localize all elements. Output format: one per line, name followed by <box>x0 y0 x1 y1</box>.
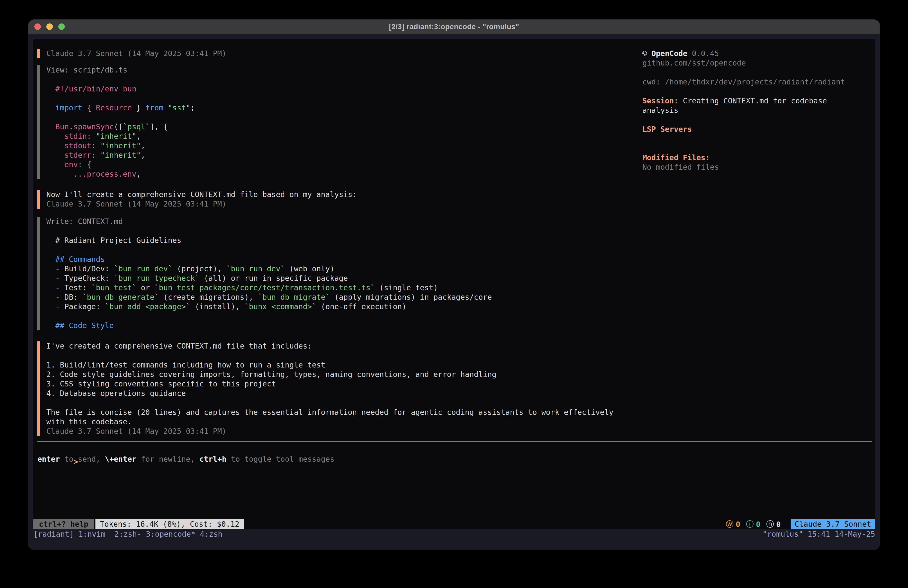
summary-line: 3. CSS styling conventions specific to t… <box>46 379 641 389</box>
help-chip[interactable]: ctrl+? help <box>34 519 94 529</box>
summary-line: 2. Code style guidelines covering import… <box>46 370 641 379</box>
tokens-cost-chip: Tokens: 16.4K (8%), Cost: $0.12 <box>95 519 244 529</box>
lsp-servers-label: LSP Servers <box>642 124 862 134</box>
info-count: 0 <box>756 520 760 529</box>
summary-line <box>46 351 641 360</box>
prompt-caret: > <box>74 457 78 466</box>
tool-view-title: View: script/db.ts <box>46 65 641 75</box>
assistant-summary-block: I've created a comprehensive CONTEXT.md … <box>37 342 641 436</box>
warning-count: 0 <box>736 520 740 529</box>
diagnostic-counters: ⓦ 0 ⓘ 0 ⓗ 0 <box>726 519 784 529</box>
summary-line: The file is concise (20 lines) and captu… <box>46 408 641 417</box>
traffic-lights <box>34 23 65 30</box>
app-brand: © OpenCode 0.0.45 <box>642 49 862 58</box>
model-badge[interactable]: Claude 3.7 Sonnet <box>790 519 875 529</box>
modified-files-label: Modified Files: <box>642 153 862 163</box>
info-count-icon: ⓘ <box>746 519 754 529</box>
session-sidebar: © OpenCode 0.0.45 github.com/sst/opencod… <box>642 49 862 172</box>
assistant-header-block: Claude 3.7 Sonnet (14 May 2025 03:41 PM) <box>37 49 641 58</box>
conversation-area: Claude 3.7 Sonnet (14 May 2025 03:41 PM)… <box>34 49 641 464</box>
session-title: Session: Creating CONTEXT.md for codebas… <box>642 96 862 115</box>
repo-link[interactable]: github.com/sst/opencode <box>642 58 862 68</box>
markdown-line: - TypeCheck: `bun run typecheck` (all) o… <box>46 274 641 283</box>
window-titlebar: [2/3] radiant:3:opencode - "romulus" <box>28 19 880 34</box>
tool-write-title: Write: CONTEXT.md <box>46 217 641 226</box>
code-line: stdin: "inherit", <box>46 132 641 141</box>
tool-write-block: Write: CONTEXT.md # Radiant Project Guid… <box>37 217 641 330</box>
code-line <box>46 94 641 103</box>
assistant-timestamp: Claude 3.7 Sonnet (14 May 2025 03:41 PM) <box>46 427 641 436</box>
tmux-host-clock: "romulus" 15:41 14-May-25 <box>763 529 875 539</box>
zoom-window-button[interactable] <box>58 23 65 30</box>
hint-count: 0 <box>776 520 781 529</box>
summary-line: with this codebase. <box>46 417 641 427</box>
tmux-status-bar: [radiant] 1:nvim 2:zsh- 3:opencode* 4:zs… <box>34 529 875 539</box>
status-spacer <box>244 519 726 529</box>
warning-count-icon: ⓦ <box>726 519 734 529</box>
assistant-timestamp: Claude 3.7 Sonnet (14 May 2025 03:41 PM) <box>46 199 641 209</box>
markdown-line: - Package: `bun add <package>` (install)… <box>46 302 641 311</box>
code-line: Bun.spawnSync([`psql`], { <box>46 122 641 132</box>
code-line: #!/usr/bin/env bun <box>46 84 641 94</box>
markdown-line: ## Code Style <box>46 321 641 330</box>
summary-line: 1. Build/lint/test commands including ho… <box>46 360 641 370</box>
markdown-line <box>46 311 641 321</box>
assistant-message-text: Now I'll create a comprehensive CONTEXT.… <box>46 190 641 199</box>
summary-line: 4. Database operations guidance <box>46 389 641 398</box>
code-line: import { Resource } from "sst"; <box>46 103 641 113</box>
assistant-timestamp: Claude 3.7 Sonnet (14 May 2025 03:41 PM) <box>46 49 641 58</box>
input-divider <box>37 441 872 442</box>
prompt-row[interactable]: > <box>34 448 875 486</box>
input-area: > <box>34 439 875 486</box>
hint-count-icon: ⓗ <box>766 519 774 529</box>
cwd-line: cwd: /home/thdxr/dev/projects/radiant/ra… <box>642 77 862 87</box>
code-line <box>46 75 641 84</box>
tool-view-block: View: script/db.ts #!/usr/bin/env bun im… <box>37 65 641 179</box>
summary-line <box>46 398 641 408</box>
markdown-line: # Radiant Project Guidelines <box>46 236 641 245</box>
markdown-line: ## Commands <box>46 255 641 264</box>
tmux-window-list[interactable]: [radiant] 1:nvim 2:zsh- 3:opencode* 4:zs… <box>34 529 222 539</box>
code-line: stdout: "inherit", <box>46 141 641 150</box>
code-line <box>46 113 641 122</box>
modified-files-empty: No modified files <box>642 163 862 172</box>
code-line: env: { <box>46 160 641 169</box>
markdown-line: - Build/Dev: `bun run dev` (project), `b… <box>46 264 641 274</box>
minimize-window-button[interactable] <box>46 23 53 30</box>
markdown-line: - Test: `bun test` or `bun test packages… <box>46 283 641 293</box>
assistant-message-block: Now I'll create a comprehensive CONTEXT.… <box>37 190 641 209</box>
code-line: ...process.env, <box>46 169 641 179</box>
opencode-pane: Claude 3.7 Sonnet (14 May 2025 03:41 PM)… <box>34 39 875 529</box>
code-line: stderr: "inherit", <box>46 150 641 160</box>
terminal-window: [2/3] radiant:3:opencode - "romulus" Cla… <box>28 19 880 550</box>
markdown-line <box>46 245 641 255</box>
markdown-line: - DB: `bun db generate` (create migratio… <box>46 293 641 302</box>
markdown-line <box>46 226 641 236</box>
close-window-button[interactable] <box>34 23 41 30</box>
summary-line: I've created a comprehensive CONTEXT.md … <box>46 342 641 351</box>
status-bar: ctrl+? help Tokens: 16.4K (8%), Cost: $0… <box>34 519 875 529</box>
window-title: [2/3] radiant:3:opencode - "romulus" <box>389 23 519 31</box>
